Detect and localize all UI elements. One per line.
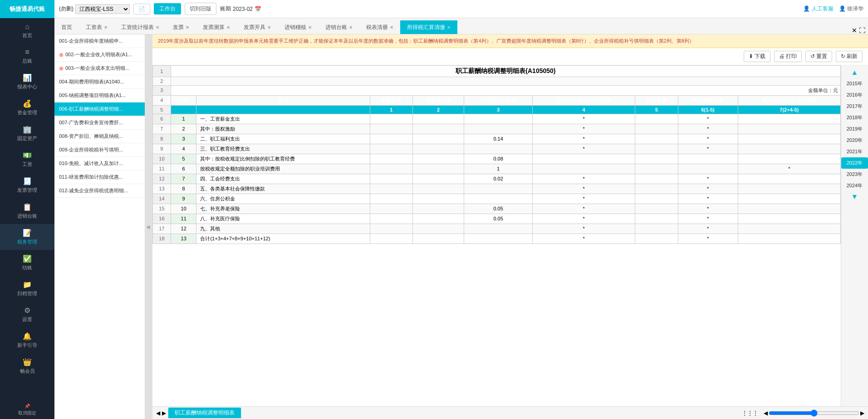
tab-inout-ledger[interactable]: 进销台账 ✕ [319,20,359,34]
cell-c3-4[interactable]: 0.08 [464,154,533,164]
tab-inout-check[interactable]: 进销稽核 ✕ [278,20,319,34]
cell-c5-0[interactable] [635,114,678,124]
cell-c4-0[interactable]: * [533,114,635,124]
print-button[interactable]: 🖨 打印 [774,51,802,62]
cell-c2-5[interactable] [413,164,464,174]
download-button[interactable]: ⬇ 下载 [744,51,770,62]
cell-c6-7[interactable]: * [678,184,738,194]
cell-c4-8[interactable]: * [533,194,635,204]
year-scroll-up[interactable]: ▲ [850,67,860,78]
cell-c3-1[interactable] [464,124,533,134]
cell-c7-4[interactable] [738,154,840,164]
cell-c6-4[interactable] [678,154,738,164]
cell-c1-10[interactable] [370,214,412,224]
cell-c7-1[interactable] [738,124,840,134]
scroll-left-icon[interactable]: ◀ [764,410,768,416]
cell-c2-9[interactable] [413,204,464,214]
year-2024[interactable]: 2024年 [841,180,868,191]
cell-c4-12[interactable]: * [533,234,635,244]
cell-c7-12[interactable] [738,234,840,244]
cell-c6-5[interactable] [678,164,738,174]
cell-c3-0[interactable] [464,114,533,124]
cell-c4-3[interactable]: * [533,144,635,154]
sidebar-item-assets[interactable]: 💰 资金管理 [0,95,54,121]
list-item-010[interactable]: 010-免税、减计收入及加计... [54,157,145,171]
cell-c7-3[interactable] [738,144,840,154]
cell-c5-5[interactable] [635,164,678,174]
next-sheet-button[interactable]: ▶ [162,410,166,416]
year-2017[interactable]: 2017年 [841,101,868,112]
cell-c3-11[interactable] [464,224,533,234]
cell-c4-4[interactable] [533,154,635,164]
list-item-009[interactable]: 009-企业所得税税补亏填明... [54,143,145,157]
cell-c4-11[interactable]: * [533,224,635,234]
refresh-button[interactable]: ↻ 刷新 [836,51,863,62]
cell-c6-12[interactable]: * [678,234,738,244]
table-row[interactable]: 11 6 按税收规定全额扣除的职业培训费用 1 * [153,164,841,174]
sidebar-item-inout[interactable]: 📋 进销台账 [0,198,54,224]
support-link[interactable]: 👤 人工客服 [803,5,833,13]
cell-c5-1[interactable] [635,124,678,134]
sidebar-item-fixed[interactable]: 🏢 固定资产 [0,121,54,146]
sidebar-item-salary[interactable]: 💵 工资 [0,146,54,172]
cell-c7-6[interactable] [738,174,840,184]
tab-expand-icon[interactable]: ⛶ [859,27,865,34]
cell-c5-4[interactable] [635,154,678,164]
cell-c3-10[interactable]: 0.05 [464,214,533,224]
cell-c6-3[interactable]: * [678,144,738,154]
cell-c6-8[interactable]: * [678,194,738,204]
cell-c5-6[interactable] [635,174,678,184]
company-dropdown[interactable]: 江西税宝-LSS [75,4,130,14]
year-2023[interactable]: 2023年 [841,169,868,180]
cell-c7-5[interactable]: * [738,164,840,174]
sheet-menu-icon[interactable]: ⋮⋮⋮ [742,410,758,416]
table-row[interactable]: 17 12 九、其他 * * [153,224,841,234]
user-display[interactable]: 👤 徐泽华 [839,5,863,13]
cell-c5-9[interactable] [635,204,678,214]
cell-c4-2[interactable]: * [533,134,635,144]
year-2020[interactable]: 2020年 [841,135,868,146]
cell-c7-9[interactable] [738,204,840,214]
sidebar-item-invoice[interactable]: 🧾 发票管理 [0,172,54,198]
cell-c3-3[interactable] [464,144,533,154]
cell-c2-2[interactable] [413,134,464,144]
cell-c2-8[interactable] [413,194,464,204]
cell-c7-11[interactable] [738,224,840,234]
tab-home[interactable]: 首页 [54,20,79,34]
list-item-011[interactable]: 011-研发费用加计扣除优惠... [54,171,145,184]
unpin-button[interactable]: 📌 取消固定 [0,401,54,419]
tab-close-icon[interactable]: ✕ [852,27,857,34]
year-2018[interactable]: 2018年 [841,112,868,123]
close-inout-ledger[interactable]: ✕ [349,25,353,30]
cell-c4-6[interactable]: * [533,174,635,184]
cell-c2-7[interactable] [413,184,464,194]
year-2022[interactable]: 2022年 [841,157,868,169]
table-row[interactable]: 12 7 四、工会经费支出 0.02 * * [153,174,841,184]
list-item-008[interactable]: 008-资产折旧、摊销及纳税... [54,130,145,143]
cell-c4-10[interactable]: * [533,214,635,224]
sidebar-item-member[interactable]: 👑 畅会员 [0,353,54,379]
cell-c3-7[interactable] [464,184,533,194]
cell-c2-3[interactable] [413,144,464,154]
cell-c2-11[interactable] [413,224,464,234]
cell-c4-5[interactable] [533,164,635,174]
tab-invoice[interactable]: 发票 ✕ [166,20,196,34]
cell-c3-6[interactable]: 0.02 [464,174,533,184]
list-item-001[interactable]: 001-企业所得税年度纳税申... [54,34,145,48]
sidebar-item-tax[interactable]: 📝 税务管理 [0,224,54,250]
list-item-003[interactable]: ⊗ 003-一般企业成本支出明细... [54,62,145,75]
table-row[interactable]: 10 5 其中：按税收规定比例扣除的职工教育经费 0.08 [153,154,841,164]
cell-c4-9[interactable]: * [533,204,635,214]
close-tax-register[interactable]: ✕ [390,25,393,30]
sidebar-item-ledger[interactable]: ≡ 总账 [0,44,54,69]
sidebar-item-home[interactable]: ⌂ 首页 [0,18,54,44]
cell-c6-9[interactable]: * [678,204,738,214]
cell-c7-8[interactable] [738,194,840,204]
year-2019[interactable]: 2019年 [841,123,868,135]
list-item-005[interactable]: 005-纳税调整项目明细表(A1... [54,89,145,102]
cell-c3-5[interactable]: 1 [464,164,533,174]
collapse-panel-button[interactable]: « [145,34,152,419]
sidebar-item-archive[interactable]: 📁 归档管理 [0,276,54,302]
doc-button[interactable]: 📄 [133,4,150,15]
close-tax-settlement[interactable]: ✕ [447,25,451,30]
